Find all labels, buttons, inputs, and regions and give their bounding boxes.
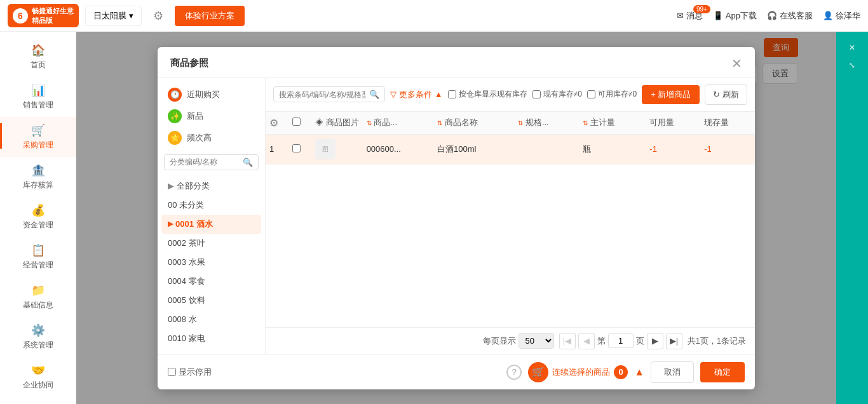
- product-table-body: 1 图 000600... 白酒100ml 瓶: [266, 134, 755, 164]
- message-icon: ✉: [677, 11, 684, 20]
- warehouse-checkbox[interactable]: [448, 90, 456, 98]
- system-icon: ⚙️: [31, 323, 45, 337]
- th-checkbox: [288, 112, 311, 135]
- page-label: 第: [597, 335, 606, 347]
- app-download-button[interactable]: 📱 App下载: [713, 10, 757, 22]
- cancel-button[interactable]: 取消: [651, 361, 694, 383]
- refresh-button[interactable]: ↻ 刷新: [705, 84, 747, 105]
- new-label: 新品: [187, 111, 203, 122]
- high-frequency-btn[interactable]: ⭐ 频次高: [164, 128, 259, 148]
- product-reference-modal: 商品参照 ✕ 🕐 近期购买 ✨: [158, 47, 755, 389]
- cat-0002[interactable]: 0002 茶叶: [161, 234, 261, 253]
- cart-area[interactable]: 🛒 连续选择的商品 0: [528, 362, 628, 382]
- existing-checkbox[interactable]: [532, 90, 541, 98]
- messages-button[interactable]: ✉ 消息 99+: [677, 10, 703, 22]
- home-icon: 🏠: [31, 43, 45, 57]
- finance-icon: 💰: [31, 203, 45, 217]
- cat-all-expand: ▶: [168, 181, 174, 191]
- settings-icon[interactable]: ⚙: [148, 6, 168, 26]
- cat-0002-label: 0002 茶叶: [168, 238, 205, 249]
- next-page-button[interactable]: ▶: [647, 333, 663, 349]
- available-filter[interactable]: 可用库存≠0: [587, 89, 637, 100]
- sidebar-label-operation: 经营管理: [23, 260, 53, 271]
- add-product-button[interactable]: + 新增商品: [642, 85, 700, 104]
- collapse-icon[interactable]: ▲: [634, 367, 644, 378]
- sidebar-item-inventory[interactable]: 🏦 库存核算: [0, 157, 76, 197]
- new-product-btn[interactable]: ✨ 新品: [164, 106, 259, 126]
- product-table-wrap: ⚙ ◈ 商品图片 ⇅ 商品...: [266, 112, 755, 327]
- cat-0008[interactable]: 0008 水: [161, 310, 261, 329]
- collapse-panel-button[interactable]: 《: [265, 216, 266, 239]
- more-filters-button[interactable]: ▽ 更多条件 ▲: [390, 89, 443, 100]
- td-spec: [514, 134, 579, 164]
- cat-00[interactable]: 00 未分类: [161, 196, 261, 215]
- cat-search-icon[interactable]: 🔍: [243, 158, 253, 167]
- sidebar-item-purchase[interactable]: 🛒 采购管理: [0, 117, 76, 157]
- first-page-button[interactable]: |◀: [559, 333, 576, 349]
- cat-0005[interactable]: 0005 饮料: [161, 291, 261, 310]
- td-available: -1: [646, 134, 700, 164]
- display-disabled-toggle[interactable]: 显示停用: [168, 367, 212, 378]
- disabled-checkbox[interactable]: [168, 368, 176, 376]
- sales-icon: 📊: [31, 83, 45, 97]
- quick-filter-buttons: 🕐 近期购买 ✨ 新品 ⭐ 频次高: [158, 84, 265, 148]
- th-code[interactable]: ⇅ 商品...: [363, 112, 433, 135]
- help-button[interactable]: ?: [506, 365, 522, 380]
- filter-label: 更多条件: [399, 89, 432, 100]
- th-img-sort[interactable]: ◈: [315, 118, 323, 127]
- category-panel: 🕐 近期购买 ✨ 新品 ⭐ 频次高: [158, 78, 266, 354]
- confirm-button[interactable]: 确定: [700, 362, 745, 382]
- cat-all[interactable]: ▶ 全部分类: [161, 177, 261, 196]
- table-row[interactable]: 1 图 000600... 白酒100ml 瓶: [266, 134, 755, 164]
- select-all-checkbox[interactable]: [292, 118, 301, 126]
- th-spec[interactable]: ⇅ 规格...: [514, 112, 579, 135]
- product-image: 图: [315, 139, 336, 159]
- cat-0010[interactable]: 0010 家电: [161, 329, 261, 348]
- recent-purchase-btn[interactable]: 🕐 近期购买: [164, 84, 259, 105]
- sidebar-label-sales: 销售管理: [23, 100, 53, 111]
- user-avatar[interactable]: 👤 徐泽华: [823, 10, 860, 22]
- th-img: ◈ 商品图片: [311, 112, 363, 135]
- modal-close-button[interactable]: ✕: [731, 56, 742, 71]
- right-panel-close[interactable]: ✕: [845, 38, 859, 57]
- right-panel-expand[interactable]: ⤢: [845, 57, 859, 74]
- sidebar-label-purchase: 采购管理: [23, 140, 53, 151]
- page-input[interactable]: [608, 333, 634, 348]
- th-name[interactable]: ⇅ 商品名称: [433, 112, 514, 135]
- table-settings-icon[interactable]: ⚙: [269, 118, 278, 128]
- td-name: 白酒100ml: [433, 134, 514, 164]
- online-service-button[interactable]: 🎧 在线客服: [767, 10, 813, 22]
- store-selector[interactable]: 日太阳膜 ▾: [85, 6, 142, 26]
- th-settings: ⚙: [266, 112, 288, 135]
- td-unit: 瓶: [579, 134, 646, 164]
- existing-filter[interactable]: 现有库存≠0: [532, 89, 582, 100]
- available-checkbox[interactable]: [587, 90, 595, 98]
- sidebar-item-guide[interactable]: 🎓 新手引导: [0, 397, 76, 404]
- trial-button[interactable]: 体验行业方案: [175, 6, 245, 26]
- last-page-button[interactable]: ▶|: [666, 333, 682, 349]
- sidebar-item-collab[interactable]: 🤝 企业协同: [0, 357, 76, 397]
- logo: 6 畅捷通好生意 精品版: [8, 4, 79, 27]
- cat-0001[interactable]: ▶ 0001 酒水: [161, 215, 261, 234]
- row-checkbox[interactable]: [292, 144, 301, 152]
- th-unit[interactable]: ⇅ 主计量: [579, 112, 646, 135]
- product-search-input[interactable]: [279, 90, 365, 99]
- cat-0003[interactable]: 0003 水果: [161, 253, 261, 272]
- sidebar-item-base[interactable]: 📁 基础信息: [0, 277, 76, 317]
- per-page-dropdown[interactable]: 50 100 200: [519, 333, 554, 349]
- cat-0010-label: 0010 家电: [168, 333, 205, 344]
- sidebar-item-operation[interactable]: 📋 经营管理: [0, 237, 76, 277]
- prev-page-button[interactable]: ◀: [578, 333, 595, 349]
- cat-all-label: 全部分类: [177, 180, 210, 192]
- cat-0004-label: 0004 零食: [168, 276, 205, 287]
- category-search-input[interactable]: [170, 158, 239, 166]
- disabled-label: 显示停用: [179, 367, 212, 378]
- sidebar-item-sales[interactable]: 📊 销售管理: [0, 77, 76, 117]
- cat-0004[interactable]: 0004 零食: [161, 272, 261, 291]
- search-icon[interactable]: 🔍: [369, 90, 379, 99]
- sidebar-item-finance[interactable]: 💰 资金管理: [0, 197, 76, 237]
- sidebar-item-system[interactable]: ⚙️ 系统管理: [0, 317, 76, 357]
- warehouse-filter[interactable]: 按仓库显示现有库存: [448, 89, 527, 100]
- sidebar: 🏠 首页 📊 销售管理 🛒 采购管理 🏦 库存核算 💰 资金管理 📋 经营管理 …: [0, 32, 76, 404]
- sidebar-item-home[interactable]: 🏠 首页: [0, 37, 76, 77]
